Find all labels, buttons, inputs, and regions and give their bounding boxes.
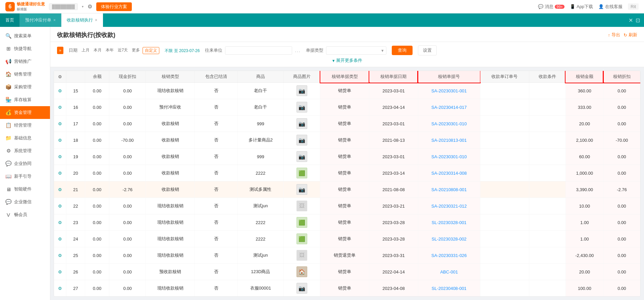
sidebar-item-basic[interactable]: 📁 基础信息 bbox=[0, 132, 50, 144]
query-button[interactable]: 查询 bbox=[392, 46, 413, 55]
sidebar-item-marketing[interactable]: 📢 营销推广 bbox=[0, 55, 50, 68]
cell-verify-type: 现结收款核销 bbox=[146, 247, 195, 264]
cell-verify-discount: -70.00 bbox=[603, 132, 640, 148]
cell-goods-img: 🏠 bbox=[284, 264, 320, 280]
cell-verify-no[interactable]: SA-20230314-008 bbox=[418, 165, 480, 181]
cell-goods: 123D商品 bbox=[237, 264, 284, 280]
refresh-button[interactable]: ↻ 刷新 bbox=[624, 32, 637, 38]
bill-type-select[interactable] bbox=[326, 46, 386, 55]
tab-home[interactable]: 首页 bbox=[0, 13, 20, 27]
date-link-more[interactable]: 更多 bbox=[130, 47, 141, 54]
cell-verify-no[interactable]: SA-20210808-001 bbox=[418, 181, 480, 198]
cell-settings[interactable]: ⚙ bbox=[54, 198, 66, 214]
sidebar-item-guide[interactable]: 📖 新手引导 bbox=[0, 170, 50, 183]
cell-cash-discount: 0.00 bbox=[109, 198, 146, 214]
cell-verify-no[interactable]: ABC-001 bbox=[418, 264, 480, 280]
expand-conditions-button[interactable]: ▾ 展开更多条件 bbox=[332, 57, 362, 63]
maximize-icon[interactable]: ⊡ bbox=[636, 17, 640, 24]
sidebar-item-sales[interactable]: 🏠 销售管理 bbox=[0, 68, 50, 81]
cell-receipt-order bbox=[480, 83, 529, 99]
cell-verify-no[interactable]: SL-20230418-001 bbox=[418, 297, 480, 297]
cell-included: 否 bbox=[195, 198, 237, 214]
cell-settings[interactable]: ⚙ bbox=[54, 83, 66, 99]
sidebar-item-nav[interactable]: ⊞ 快捷导航 bbox=[0, 42, 50, 55]
col-header-verify-date: 核销单据日期 bbox=[369, 71, 418, 83]
date-link-last-month[interactable]: 上月 bbox=[80, 47, 91, 54]
gear-icon[interactable]: ⚙ bbox=[88, 3, 92, 10]
col-header-settings[interactable]: ⚙ bbox=[54, 71, 66, 83]
table-row: ⚙ 25 0.00 0.00 现结收款核销 否 测试jun 🖼 销货退货单 20… bbox=[54, 247, 640, 264]
col-header-verify-type: 核销类型 bbox=[146, 71, 195, 83]
partner-input[interactable] bbox=[225, 46, 292, 55]
date-link-7days[interactable]: 近7天 bbox=[116, 47, 129, 54]
cell-receipt-cond bbox=[529, 99, 566, 116]
cell-verify-date: 2023-04-18 bbox=[369, 297, 418, 297]
sidebar-item-wecom[interactable]: 💬 企业微信 bbox=[0, 196, 50, 208]
date-link-this-year[interactable]: 本年 bbox=[104, 47, 115, 54]
sidebar-item-collab[interactable]: 💬 企业协同 bbox=[0, 157, 50, 170]
sidebar-item-purchase[interactable]: 📦 采购管理 bbox=[0, 81, 50, 93]
cell-settings[interactable]: ⚙ bbox=[54, 165, 66, 181]
cell-settings[interactable]: ⚙ bbox=[54, 280, 66, 297]
cell-settings[interactable]: ⚙ bbox=[54, 264, 66, 280]
export-button[interactable]: ↑ 导出 bbox=[608, 32, 621, 38]
date-link-this-month[interactable]: 本月 bbox=[92, 47, 103, 54]
app-label: App下载 bbox=[577, 4, 593, 10]
cell-verify-no[interactable]: SL-20230328-001 bbox=[418, 214, 480, 231]
cell-goods: 999 bbox=[237, 148, 284, 165]
cell-verify-no[interactable]: SA-20230331-026 bbox=[418, 247, 480, 264]
cell-goods-img: 📷 bbox=[284, 280, 320, 297]
cell-verify-no[interactable]: SL-20230408-001 bbox=[418, 280, 480, 297]
cell-verify-amount: 3,390.00 bbox=[566, 181, 603, 198]
cell-verify-no[interactable]: SA-20230301-001 bbox=[418, 83, 480, 99]
cell-verify-no[interactable]: SA-20230321-012 bbox=[418, 198, 480, 214]
close-prepay-tab-icon[interactable]: × bbox=[53, 18, 56, 23]
expand-icon: ▾ bbox=[332, 58, 335, 63]
cell-verify-discount: 0.00 bbox=[603, 116, 640, 132]
cell-verify-bill-type: 销货单 bbox=[320, 231, 369, 247]
app-download-item[interactable]: 📱 App下载 bbox=[570, 4, 593, 10]
cell-settings[interactable]: ⚙ bbox=[54, 231, 66, 247]
cell-balance: 0.00 bbox=[85, 165, 109, 181]
cell-settings[interactable]: ⚙ bbox=[54, 99, 66, 116]
message-item[interactable]: 💬 消息 99+ bbox=[538, 4, 565, 10]
cell-settings[interactable]: ⚙ bbox=[54, 132, 66, 148]
service-icon: 👤 bbox=[598, 4, 604, 9]
trial-button[interactable]: 体验行业方案 bbox=[96, 2, 132, 11]
close-receipt-tab-icon[interactable]: × bbox=[95, 18, 97, 23]
sidebar-item-system[interactable]: ⚙ 系统管理 bbox=[0, 144, 50, 157]
cell-verify-no[interactable]: SA-20230301-010 bbox=[418, 148, 480, 165]
cell-verify-no[interactable]: SA-20210813-001 bbox=[418, 132, 480, 148]
cell-settings[interactable]: ⚙ bbox=[54, 181, 66, 198]
cell-verify-date: 2023-03-31 bbox=[369, 247, 418, 264]
settings-button[interactable]: 设置 bbox=[418, 45, 437, 55]
date-link-custom[interactable]: 自定义 bbox=[143, 47, 159, 54]
sidebar-item-vip[interactable]: V 畅会员 bbox=[0, 208, 50, 221]
tab-prepay[interactable]: 预付冲应付单 × bbox=[20, 13, 61, 27]
sidebar-item-hardware[interactable]: 🖥 智能硬件 bbox=[0, 183, 50, 196]
filter-toggle-btn[interactable]: » bbox=[57, 47, 63, 54]
cell-verify-no[interactable]: SA-20230301-010 bbox=[418, 116, 480, 132]
cell-included: 否 bbox=[195, 247, 237, 264]
service-item[interactable]: 👤 在线客服 bbox=[598, 4, 623, 10]
sidebar-item-search[interactable]: 🔍 搜索菜单 bbox=[0, 30, 50, 42]
user-name[interactable]: Rit bbox=[628, 3, 639, 10]
cell-verify-no[interactable]: SL-20230328-002 bbox=[418, 231, 480, 247]
message-label: 消息 bbox=[545, 4, 553, 10]
cell-verify-type: 现结收款核销 bbox=[146, 231, 195, 247]
top-bar-right: 💬 消息 99+ 📱 App下载 👤 在线客服 Rit bbox=[538, 3, 639, 10]
cell-settings[interactable]: ⚙ bbox=[54, 214, 66, 231]
cell-settings[interactable]: ⚙ bbox=[54, 116, 66, 132]
close-window-icon[interactable]: ✕ bbox=[629, 17, 633, 24]
company-name[interactable]: ████████ bbox=[49, 3, 78, 10]
cell-settings[interactable]: ⚙ bbox=[54, 297, 66, 297]
sidebar-item-inventory[interactable]: 🏪 库存核算 bbox=[0, 93, 50, 106]
sidebar-item-operations[interactable]: 📋 经营管理 bbox=[0, 119, 50, 132]
cell-settings[interactable]: ⚙ bbox=[54, 148, 66, 165]
cell-verify-no[interactable]: SA-20230414-017 bbox=[418, 99, 480, 116]
tab-receipt[interactable]: 收款核销执行 × bbox=[61, 13, 103, 27]
sidebar-item-finance[interactable]: 💰 资金管理 bbox=[0, 106, 50, 119]
company-dropdown-icon[interactable]: ▾ bbox=[82, 5, 84, 8]
cell-settings[interactable]: ⚙ bbox=[54, 247, 66, 264]
cell-receipt-cond bbox=[529, 247, 566, 264]
